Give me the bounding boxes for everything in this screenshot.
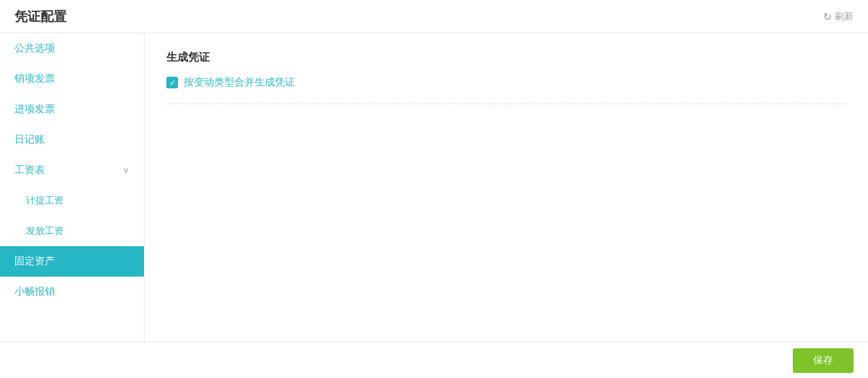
page-title: 凭证配置 [14,8,67,25]
sidebar-item-payroll-release[interactable]: 发放工资 [0,216,144,246]
merge-checkbox[interactable]: ✓ [166,77,178,88]
refresh-label: 刷新 [835,10,854,23]
sidebar-item-payroll-calc[interactable]: 计提工资 [0,185,144,216]
sidebar-item-sales-invoice[interactable]: 销项发票 [0,64,144,94]
save-button[interactable]: 保存 [793,348,854,373]
sidebar-item-public[interactable]: 公共选项 [0,33,144,64]
sidebar-item-journal[interactable]: 日记账 [0,125,144,155]
sidebar-item-label: 工资表 [14,164,45,177]
sidebar-item-payroll[interactable]: 工资表∨ [0,155,144,185]
sidebar-item-label: 小畅报销 [14,285,55,298]
sidebar: 公共选项销项发票进项发票日记账工资表∨计提工资发放工资固定资产小畅报销 [0,33,145,342]
content-area: 生成凭证 ✓ 按变动类型合并生成凭证 [145,33,868,342]
check-icon: ✓ [169,79,176,87]
chevron-down-icon: ∨ [123,165,129,175]
sidebar-item-label: 发放工资 [26,224,64,238]
header: 凭证配置 ↻ 刷新 [0,0,868,33]
section-divider [166,104,846,104]
checkbox-label: 按变动类型合并生成凭证 [184,76,295,89]
sidebar-item-label: 固定资产 [14,255,55,268]
sidebar-item-fixed-assets[interactable]: 固定资产 [0,246,144,277]
sidebar-item-label: 进项发票 [14,103,55,116]
sidebar-item-label: 日记账 [14,133,45,146]
refresh-button[interactable]: ↻ 刷新 [823,10,854,23]
section-title: 生成凭证 [166,51,846,64]
main-container: 公共选项销项发票进项发票日记账工资表∨计提工资发放工资固定资产小畅报销 生成凭证… [0,33,868,342]
checkbox-row: ✓ 按变动类型合并生成凭证 [166,76,846,89]
sidebar-item-purchase-invoice[interactable]: 进项发票 [0,94,144,125]
sidebar-item-label: 计提工资 [26,194,64,207]
refresh-icon: ↻ [823,11,832,22]
sidebar-item-expense[interactable]: 小畅报销 [0,277,144,307]
sidebar-item-label: 公共选项 [14,42,55,55]
footer: 保存 [0,342,868,378]
sidebar-item-label: 销项发票 [14,72,55,85]
